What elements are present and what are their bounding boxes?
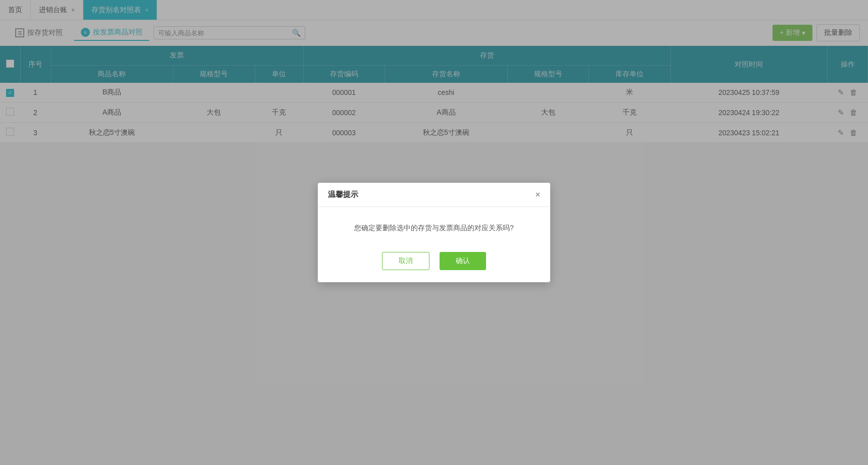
dialog-overlay: 温馨提示 × 您确定要删除选中的存货与发票商品的对应关系吗? 取消 确认 <box>0 0 868 143</box>
